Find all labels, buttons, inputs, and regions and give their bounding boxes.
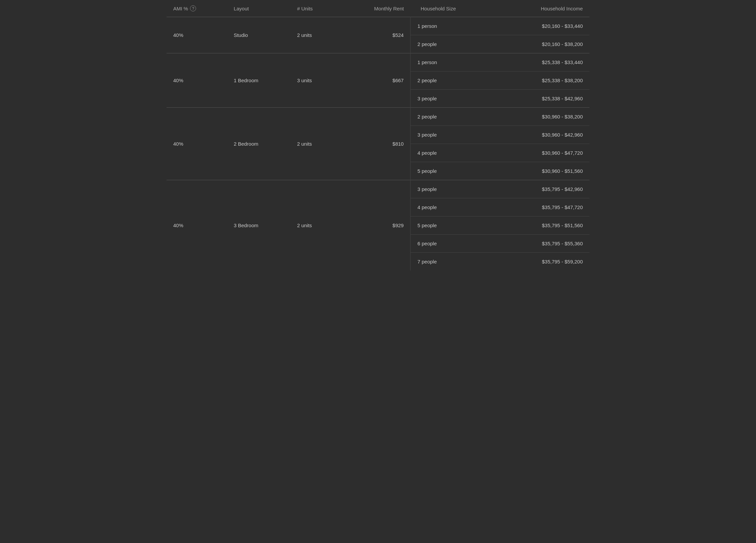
header-household-size: Household Size — [411, 0, 497, 17]
household-income-value: $35,795 - $51,560 — [497, 216, 589, 235]
table-row: 40%1 Bedroom3 units$6671 person$25,338 -… — [167, 53, 589, 71]
household-income-value: $35,795 - $59,200 — [497, 253, 589, 271]
household-size-value: 2 people — [411, 71, 497, 90]
ami-value: 40% — [167, 108, 227, 180]
household-size-value: 6 people — [411, 235, 497, 253]
layout-value: 3 Bedroom — [227, 180, 290, 271]
household-size-value: 3 people — [411, 90, 497, 108]
household-income-value: $20,160 - $33,440 — [497, 17, 589, 35]
household-income-value: $35,795 - $47,720 — [497, 198, 589, 216]
layout-value: Studio — [227, 17, 290, 53]
table-row: 40%Studio2 units$5241 person$20,160 - $3… — [167, 17, 589, 35]
ami-value: 40% — [167, 17, 227, 53]
household-size-value: 2 people — [411, 35, 497, 53]
household-income-value: $30,960 - $42,960 — [497, 126, 589, 144]
household-size-value: 3 people — [411, 180, 497, 198]
table-header-row: AMI % ? Layout # Units Monthly Rent Hous… — [167, 0, 589, 17]
household-income-value: $25,338 - $38,200 — [497, 71, 589, 90]
header-monthly-rent: Monthly Rent — [339, 0, 411, 17]
rent-value: $929 — [339, 180, 411, 271]
household-size-value: 5 people — [411, 216, 497, 235]
household-income-value: $25,338 - $33,440 — [497, 53, 589, 71]
rent-value: $524 — [339, 17, 411, 53]
table-row: 40%2 Bedroom2 units$8102 people$30,960 -… — [167, 108, 589, 126]
household-size-value: 2 people — [411, 108, 497, 126]
household-size-value: 4 people — [411, 144, 497, 162]
household-income-value: $25,338 - $42,960 — [497, 90, 589, 108]
rent-value: $810 — [339, 108, 411, 180]
units-value: 2 units — [290, 17, 339, 53]
household-size-value: 1 person — [411, 53, 497, 71]
ami-value: 40% — [167, 180, 227, 271]
household-income-value: $30,960 - $51,560 — [497, 162, 589, 180]
household-size-value: 4 people — [411, 198, 497, 216]
rent-value: $667 — [339, 53, 411, 108]
household-income-value: $35,795 - $42,960 — [497, 180, 589, 198]
household-size-value: 3 people — [411, 126, 497, 144]
units-value: 2 units — [290, 108, 339, 180]
table-row: 40%3 Bedroom2 units$9293 people$35,795 -… — [167, 180, 589, 198]
layout-value: 1 Bedroom — [227, 53, 290, 108]
household-size-value: 1 person — [411, 17, 497, 35]
header-units: # Units — [290, 0, 339, 17]
layout-value: 2 Bedroom — [227, 108, 290, 180]
units-value: 3 units — [290, 53, 339, 108]
ami-value: 40% — [167, 53, 227, 108]
household-size-value: 5 people — [411, 162, 497, 180]
household-income-value: $30,960 - $47,720 — [497, 144, 589, 162]
household-income-value: $20,160 - $38,200 — [497, 35, 589, 53]
header-layout: Layout — [227, 0, 290, 17]
household-income-value: $30,960 - $38,200 — [497, 108, 589, 126]
household-size-value: 7 people — [411, 253, 497, 271]
ami-help-icon[interactable]: ? — [190, 5, 196, 11]
header-ami: AMI % ? — [167, 0, 227, 17]
units-value: 2 units — [290, 180, 339, 271]
household-income-value: $35,795 - $55,360 — [497, 235, 589, 253]
header-household-income: Household Income — [497, 0, 589, 17]
